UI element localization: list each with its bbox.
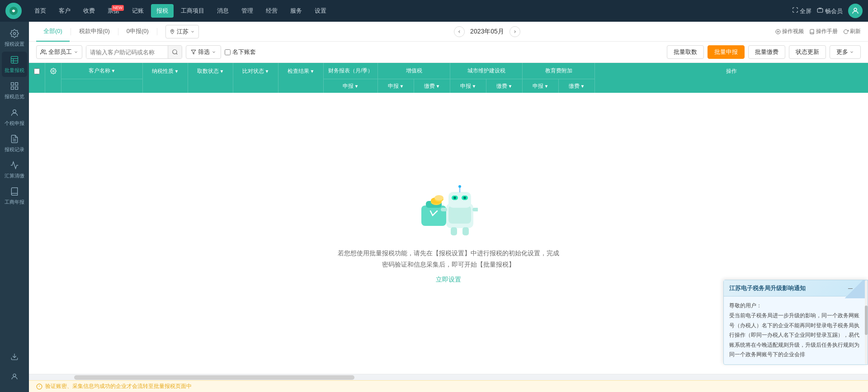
nav-service[interactable]: 服务 bbox=[285, 4, 307, 18]
svg-rect-42 bbox=[441, 208, 447, 211]
more-button[interactable]: 更多 bbox=[830, 45, 861, 59]
th-city-declare: 申报 ▼ bbox=[450, 79, 486, 93]
table-header-scroll[interactable]: 客户名称 ▼ 纳税性质 ▼ 取数状态 ▼ 比对状态 ▼ 检查结果 ▼ 财务报表（… bbox=[29, 63, 868, 93]
location-icon bbox=[170, 29, 175, 34]
notification-body: 尊敬的用户： 受当前电子税务局进一步升级的影响，同一个政务网账号（办税人）名下的… bbox=[724, 296, 868, 364]
edu-pay-filter-icon[interactable]: ▼ bbox=[580, 84, 585, 89]
fullscreen-button[interactable]: 全屏 bbox=[792, 7, 812, 15]
sidebar-item-tax-summary[interactable]: 报税总览 bbox=[2, 78, 27, 103]
nav-manage[interactable]: 管理 bbox=[236, 4, 259, 18]
nav-billing[interactable]: 收费 bbox=[78, 4, 100, 18]
fetch-status-filter-icon[interactable]: ▼ bbox=[220, 69, 224, 74]
th-fetch-status: 取数状态 ▼ bbox=[188, 63, 233, 79]
tab-divider-2 bbox=[118, 28, 118, 35]
video-button[interactable]: 操作视频 bbox=[775, 28, 804, 35]
province-select[interactable]: 江苏 bbox=[165, 25, 199, 38]
nav-tax[interactable]: 报税 bbox=[151, 4, 174, 18]
city-declare-filter-icon[interactable]: ▼ bbox=[472, 84, 476, 89]
nav-business[interactable]: 工商项目 bbox=[175, 4, 210, 18]
sidebar-user-button[interactable] bbox=[6, 368, 23, 385]
vat-declare-filter-icon[interactable]: ▼ bbox=[400, 84, 404, 89]
h-scroll-thumb[interactable] bbox=[74, 375, 354, 380]
tax-record-icon bbox=[10, 134, 19, 145]
svg-point-18 bbox=[13, 374, 16, 377]
nav-invoice[interactable]: 票据 NEW bbox=[102, 4, 125, 18]
sidebar-item-annual-report[interactable]: 工商年报 bbox=[2, 183, 27, 209]
search-input[interactable] bbox=[86, 46, 168, 58]
refresh-icon bbox=[843, 29, 849, 34]
th-vat-pay: 缴费 ▼ bbox=[414, 79, 450, 93]
notif-minimize-button[interactable]: ─ bbox=[848, 285, 853, 292]
batch-fetch-button[interactable]: 批量取数 bbox=[667, 45, 704, 59]
fin-declare-filter-icon[interactable]: ▼ bbox=[354, 84, 359, 89]
employee-chevron-icon bbox=[74, 50, 78, 54]
select-all-checkbox[interactable] bbox=[34, 68, 40, 74]
settlement-icon bbox=[10, 161, 19, 171]
sidebar-label-tax-settings: 报税设置 bbox=[5, 41, 24, 47]
vip-button[interactable]: 畅会员 bbox=[817, 7, 843, 15]
top-navigation: 首页 客户 收费 票据 NEW 记账 报税 工商项目 消息 管理 经营 服务 设… bbox=[0, 0, 868, 22]
sidebar-item-tax-record[interactable]: 报税记录 bbox=[2, 131, 27, 156]
filter-label: 筛选 bbox=[198, 48, 210, 56]
warning-icon bbox=[36, 383, 42, 390]
notif-close-button[interactable]: ✕ bbox=[856, 284, 862, 292]
edu-declare-filter-icon[interactable]: ▼ bbox=[544, 84, 549, 89]
refresh-button[interactable]: 刷新 bbox=[843, 28, 861, 35]
tab-zero-declare[interactable]: 0申报(0) bbox=[119, 22, 156, 42]
date-prev-button[interactable] bbox=[454, 26, 465, 37]
batch-pay-button[interactable]: 批量缴费 bbox=[748, 45, 785, 59]
app-logo[interactable] bbox=[5, 3, 22, 19]
svg-rect-43 bbox=[472, 208, 478, 211]
nav-customer[interactable]: 客户 bbox=[53, 4, 76, 18]
tax-type-filter-icon[interactable]: ▼ bbox=[175, 69, 179, 74]
filter-button[interactable]: 筛选 bbox=[186, 45, 221, 59]
employee-select[interactable]: 全部员工 bbox=[36, 45, 82, 59]
nav-home[interactable]: 首页 bbox=[29, 4, 52, 18]
new-badge: NEW bbox=[112, 5, 124, 11]
accounts-checkbox-label[interactable]: 名下账套 bbox=[225, 48, 256, 56]
gear-icon bbox=[50, 68, 57, 74]
svg-rect-10 bbox=[15, 83, 18, 86]
accounts-checkbox[interactable] bbox=[225, 49, 231, 55]
svg-rect-34 bbox=[448, 206, 471, 224]
th-customer-name: 客户名称 ▼ bbox=[61, 63, 143, 79]
sidebar-download-button[interactable] bbox=[6, 349, 23, 365]
book-icon bbox=[809, 29, 815, 34]
nav-message[interactable]: 消息 bbox=[212, 4, 234, 18]
svg-rect-44 bbox=[451, 227, 457, 235]
search-button[interactable] bbox=[168, 46, 182, 58]
sidebar: 报税设置 批量报税 报税总览 个税申报 bbox=[0, 22, 29, 392]
manual-button[interactable]: 操作手册 bbox=[809, 28, 838, 35]
sidebar-item-personal-tax[interactable]: 个税申报 bbox=[2, 105, 27, 130]
compare-status-filter-icon[interactable]: ▼ bbox=[265, 69, 269, 74]
svg-point-38 bbox=[453, 196, 456, 199]
sidebar-item-tax-settings[interactable]: 报税设置 bbox=[2, 25, 27, 51]
sidebar-item-settlement[interactable]: 汇算清缴 bbox=[2, 157, 27, 182]
th-fin-declare: 申报 ▼ bbox=[324, 79, 378, 93]
svg-point-22 bbox=[42, 50, 44, 52]
search-input-wrapper bbox=[86, 45, 182, 59]
empty-main-text: 若您想使用批量报税功能，请先在【报税设置】中进行报税的初始化设置，完成密码验证和… bbox=[335, 248, 561, 270]
nav-settings[interactable]: 设置 bbox=[309, 4, 332, 18]
sidebar-item-batch-tax[interactable]: 批量报税 bbox=[2, 52, 27, 77]
status-update-button[interactable]: 状态更新 bbox=[789, 45, 826, 59]
tab-tax-declare[interactable]: 税款申报(0) bbox=[72, 22, 117, 42]
horizontal-scrollbar[interactable] bbox=[29, 374, 868, 380]
check-result-filter-icon[interactable]: ▼ bbox=[310, 69, 315, 74]
th-edu-pay: 缴费 ▼ bbox=[559, 79, 595, 93]
batch-declare-button[interactable]: 批量申报 bbox=[708, 45, 745, 59]
vat-pay-filter-icon[interactable]: ▼ bbox=[436, 84, 440, 89]
notification-header: 江苏电子税务局升级影响通知 ─ ✕ bbox=[724, 280, 868, 296]
tab-all[interactable]: 全部(0) bbox=[36, 22, 70, 42]
setup-link[interactable]: 立即设置 bbox=[436, 276, 461, 284]
svg-marker-21 bbox=[778, 31, 779, 33]
city-pay-filter-icon[interactable]: ▼ bbox=[508, 84, 513, 89]
user-avatar[interactable] bbox=[848, 4, 863, 18]
notif-scrollbar-thumb[interactable] bbox=[865, 306, 868, 335]
filter-icon bbox=[191, 49, 196, 55]
nav-accounting[interactable]: 记账 bbox=[127, 4, 149, 18]
nav-operation[interactable]: 经营 bbox=[260, 4, 283, 18]
svg-point-4 bbox=[14, 33, 16, 35]
date-next-button[interactable] bbox=[509, 26, 520, 37]
customer-name-filter-icon[interactable]: ▼ bbox=[111, 68, 116, 73]
